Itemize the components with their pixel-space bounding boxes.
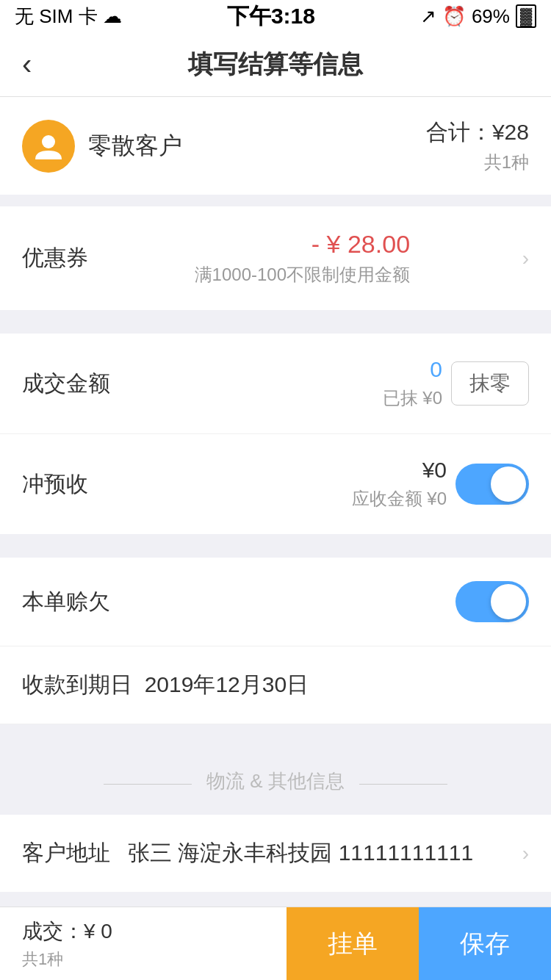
customer-left: 零散客户 [22,120,182,173]
alarm-icon: ⏰ [442,5,466,28]
transaction-value-col: 0 已抹 ¥0 [383,357,442,410]
coupon-sub: 满1000-100不限制使用金额 [195,263,410,287]
status-right: ↗ ⏰ 69% ▓ [420,4,536,28]
due-date-row[interactable]: 收款到期日 2019年12月30日 [0,646,551,724]
address-value: 张三 海淀永丰科技园 11111111111 [128,838,516,868]
customer-row[interactable]: 零散客户 合计：¥28 共1种 [0,97,551,195]
page-title: 填写结算等信息 [188,48,363,82]
prepay-label: 冲预收 [22,469,88,500]
debt-toggle[interactable] [455,581,529,622]
status-time: 下午3:18 [227,1,315,32]
address-chevron-icon: › [522,842,529,865]
bottom-summary: 成交：¥ 0 共1种 [0,907,287,980]
transaction-section: 成交金额 0 已抹 ¥0 抹零 冲预收 ¥0 应收金额 ¥0 [0,334,551,534]
content-area: 零散客户 合计：¥28 共1种 优惠券 - ¥ 28.00 满1000-100不… [0,97,551,980]
debt-label: 本单赊欠 [22,587,110,617]
debt-toggle-knob [491,584,526,619]
divider-1 [0,322,551,334]
user-icon [32,130,65,162]
bottom-count: 共1种 [22,948,264,970]
transaction-label: 成交金额 [22,369,110,399]
svg-point-0 [42,135,55,148]
customer-total: 合计：¥28 [426,118,529,148]
coupon-value: - ¥ 28.00 [195,230,410,259]
customer-count: 共1种 [426,151,529,174]
debt-row: 本单赊欠 [0,558,551,646]
transaction-row: 成交金额 0 已抹 ¥0 抹零 [0,334,551,434]
due-date-label: 收款到期日 2019年12月30日 [22,672,309,696]
customer-name: 零散客户 [88,130,182,162]
coupon-label: 优惠券 [22,243,88,273]
logistics-header: 物流 & 其他信息 [0,748,551,815]
save-button[interactable]: 保存 [419,907,551,980]
address-label: 客户地址 [22,838,110,868]
battery-icon: ▓ [516,4,536,28]
bottom-bar: 成交：¥ 0 共1种 挂单 保存 [0,907,551,980]
transaction-value[interactable]: 0 [430,357,442,382]
sim-status: 无 SIM 卡 ☁ [15,4,122,29]
coupon-section: 优惠券 - ¥ 28.00 满1000-100不限制使用金额 › [0,206,551,310]
customer-avatar [22,120,75,173]
coupon-row[interactable]: 优惠券 - ¥ 28.00 满1000-100不限制使用金额 › [0,206,551,310]
prepay-value: ¥0 [352,458,447,483]
divider-3 [0,736,551,748]
coupon-right: - ¥ 28.00 满1000-100不限制使用金额 [195,230,410,287]
status-bar: 无 SIM 卡 ☁ 下午3:18 ↗ ⏰ 69% ▓ [0,0,551,32]
prepay-row: 冲预收 ¥0 应收金额 ¥0 [0,434,551,534]
battery-text: 69% [472,5,510,28]
prepay-sub: 应收金额 ¥0 [352,487,447,511]
prepay-value-col: ¥0 应收金额 ¥0 [352,458,447,511]
hang-button[interactable]: 挂单 [287,907,419,980]
prepay-right: ¥0 应收金额 ¥0 [352,458,529,511]
transaction-right: 0 已抹 ¥0 抹零 [383,357,529,410]
customer-right: 合计：¥28 共1种 [426,118,529,174]
debt-section: 本单赊欠 收款到期日 2019年12月30日 [0,558,551,724]
location-icon: ↗ [420,5,436,28]
transaction-sub: 已抹 ¥0 [383,386,442,410]
chevron-right-icon: › [522,247,529,270]
bottom-deal: 成交：¥ 0 [22,918,264,945]
address-row[interactable]: 客户地址 张三 海淀永丰科技园 11111111111 › [0,815,551,892]
toggle-knob [491,466,526,502]
status-left: 无 SIM 卡 ☁ [15,4,122,29]
back-button[interactable]: ‹ [22,48,32,81]
prepay-toggle[interactable] [455,464,529,505]
round-off-button[interactable]: 抹零 [451,361,529,406]
divider-2 [0,546,551,558]
nav-bar: ‹ 填写结算等信息 [0,32,551,97]
logistics-label: 物流 & 其他信息 [206,770,345,792]
